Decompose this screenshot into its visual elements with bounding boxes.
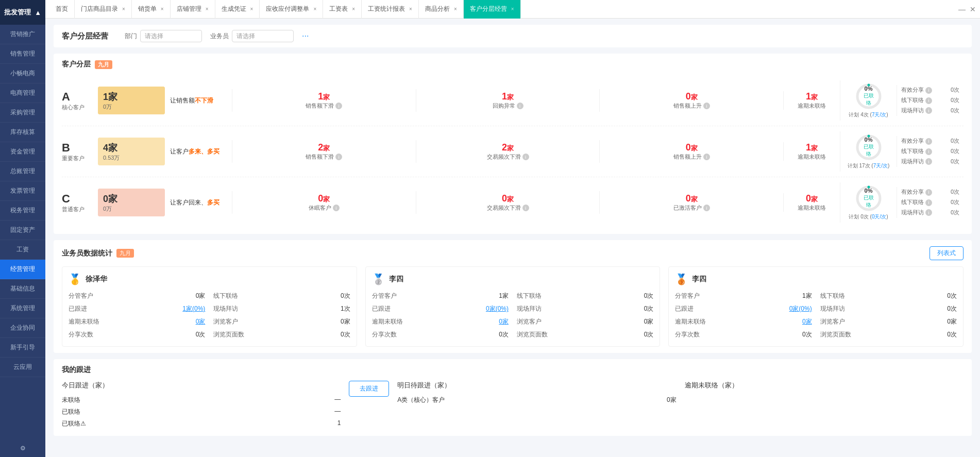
staff-card-2: 🥉 李四分管客户1家线下联络0次已跟进0家(0%)现场拜访0次逾期未联络0家浏览… xyxy=(668,266,964,347)
staff-rank-icon: 🥉 xyxy=(675,273,688,285)
tier-extra-B: 有效分享 i0次线下联络 i0次现场拜访 i0次 xyxy=(897,136,964,166)
staff-grid: 🥇 徐泽华分管客户0家线下联络0次已跟进1家(0%)现场拜访1次逾期未联络0家浏… xyxy=(62,266,964,347)
sidebar-item-电商管理[interactable]: 电商管理 xyxy=(0,83,45,103)
staff-filter-group: 业务员 请选择 xyxy=(210,30,294,42)
tab-商品分析[interactable]: 商品分析× xyxy=(419,0,464,19)
tab-close-商品分析[interactable]: × xyxy=(454,6,457,12)
tab-应收应付调整单[interactable]: 应收应付调整单× xyxy=(260,0,323,19)
staff-stat-row: 已跟进0家(0%) xyxy=(675,303,812,314)
tier-label-B: B重要客户 xyxy=(62,141,98,162)
staff-stat-row: 浏览客户0家 xyxy=(820,316,957,327)
tier-extra-A: 有效分享 i0次线下联络 i0次现场拜访 i0次 xyxy=(897,85,964,115)
metric-休眠客户: 0家 休眠客户 i xyxy=(232,191,416,214)
staff-header-2: 🥉 李四 xyxy=(675,273,957,285)
tab-close-门店商品目录[interactable]: × xyxy=(122,6,125,12)
tab-close-客户分层经营[interactable]: × xyxy=(511,6,514,12)
sidebar-item-总账管理[interactable]: 总账管理 xyxy=(0,162,45,181)
staff-rank-icon: 🥇 xyxy=(69,273,81,285)
tab-bar: 首页门店商品目录×销货单×店铺管理×生成凭证×应收应付调整单×工资表×工资统计报… xyxy=(45,0,980,19)
sidebar-item-小畅电商[interactable]: 小畅电商 xyxy=(0,64,45,83)
go-followup-button[interactable]: 去跟进 xyxy=(349,381,389,397)
staff-stat-row: 现场拜访0次 xyxy=(517,303,653,314)
tab-close-应收应付调整单[interactable]: × xyxy=(313,6,316,12)
tomorrow-followup-block: 明日待跟进（家） A类（核心）客户0家 xyxy=(397,381,676,406)
tier-circle-A: 0% 已联络 计划 4次 (7天/次) xyxy=(840,80,897,121)
dept-filter-select[interactable]: 请选择 xyxy=(140,30,202,42)
staff-stat-row: 浏览页面数0次 xyxy=(517,329,653,340)
tier-overdue-contact-B: 1家逾期未联络 xyxy=(783,142,840,161)
sidebar-item-销售管理[interactable]: 销售管理 xyxy=(0,44,45,64)
sidebar-toggle-icon[interactable]: ▲ xyxy=(35,9,41,16)
staff-card-0: 🥇 徐泽华分管客户0家线下联络0次已跟进1家(0%)现场拜访1次逾期未联络0家浏… xyxy=(62,266,357,347)
sidebar-item-库存核算[interactable]: 库存核算 xyxy=(0,123,45,142)
staff-stat-row: 浏览客户0家 xyxy=(517,316,653,327)
today-followup-block: 今日跟进（家） 未联络—已联络—已联络⚠1 xyxy=(62,381,341,430)
staff-filter-label: 业务员 xyxy=(210,32,229,41)
sidebar-item-资金管理[interactable]: 资金管理 xyxy=(0,142,45,162)
staff-header-1: 🥈 李四 xyxy=(372,273,654,285)
followup-title: 我的跟进 xyxy=(62,365,964,375)
sidebar-item-税务管理[interactable]: 税务管理 xyxy=(0,201,45,221)
sidebar-item-新手引导[interactable]: 新手引导 xyxy=(0,338,45,358)
dept-filter-group: 部门 请选择 xyxy=(125,30,202,42)
tab-客户分层经营[interactable]: 客户分层经营× xyxy=(464,0,521,19)
tier-slogan-B: 让客户多来、多买 xyxy=(165,147,232,156)
tab-店铺管理[interactable]: 店铺管理× xyxy=(171,0,215,19)
tab-工资表[interactable]: 工资表× xyxy=(323,0,362,19)
page-title: 客户分层经营 xyxy=(62,31,108,41)
sidebar-item-系统管理[interactable]: 系统管理 xyxy=(0,299,45,318)
followup-row: 已联络— xyxy=(62,406,341,418)
tab-close-工资统计报表[interactable]: × xyxy=(409,6,412,12)
overdue-followup-block: 逾期未联络（家） xyxy=(685,381,964,394)
staff-filter-select[interactable]: 请选择 xyxy=(232,30,294,42)
list-view-button[interactable]: 列表式 xyxy=(930,246,964,260)
sidebar-item-工资[interactable]: 工资 xyxy=(0,240,45,260)
tomorrow-followup-rows: A类（核心）客户0家 xyxy=(397,394,676,406)
tier-overdue-contact-C: 0家逾期未联络 xyxy=(783,193,840,212)
more-filters-button[interactable]: ··· xyxy=(302,31,309,41)
staff-name-0: 徐泽华 xyxy=(86,275,107,284)
sidebar: 批发管理 ▲ 营销推广销售管理小畅电商电商管理采购管理库存核算资金管理总账管理发… xyxy=(0,0,45,457)
followup-row: 未联络— xyxy=(62,394,341,406)
tab-close-生成凭证[interactable]: × xyxy=(250,6,254,12)
staff-stat-row: 现场拜访0次 xyxy=(820,303,957,314)
tier-slogan-A: 让销售额不下滑 xyxy=(165,96,232,105)
tab-首页[interactable]: 首页 xyxy=(49,0,75,19)
sidebar-item-营销推广[interactable]: 营销推广 xyxy=(0,25,45,44)
page-content: 客户分层经营 部门 请选择 业务员 请选择 ··· 客户分层 九月 A核心客户1… xyxy=(45,19,980,457)
tier-row-A: A核心客户1家0万让销售额不下滑1家 销售额下滑 i1家 回购异常 i0家 销售… xyxy=(62,75,964,126)
sidebar-item-基础信息[interactable]: 基础信息 xyxy=(0,279,45,299)
tier-slogan-C: 让客户回来、多买 xyxy=(165,198,232,207)
tier-extra-row: 现场拜访 i0次 xyxy=(901,157,959,167)
sidebar-item-经营管理[interactable]: 经营管理 xyxy=(0,260,45,279)
page-header: 客户分层经营 部门 请选择 业务员 请选择 ··· xyxy=(54,25,972,47)
sidebar-item-发票管理[interactable]: 发票管理 xyxy=(0,181,45,201)
window-minimize-icon[interactable]: — xyxy=(958,5,966,13)
tier-extra-row: 线下联络 i0次 xyxy=(901,146,959,157)
sidebar-item-企业协同[interactable]: 企业协同 xyxy=(0,318,45,338)
tier-row-C: C普通客户0家0万让客户回来、多买0家 休眠客户 i0家 交易频次下滑 i0家 … xyxy=(62,177,964,228)
staff-stats-grid-0: 分管客户0家线下联络0次已跟进1家(0%)现场拜访1次逾期未联络0家浏览客户0家… xyxy=(69,291,350,340)
staff-stat-row: 分管客户1家 xyxy=(675,291,812,301)
staff-stats-grid-2: 分管客户1家线下联络0次已跟进0家(0%)现场拜访0次逾期未联络0家浏览客户0家… xyxy=(675,291,957,340)
window-close-icon[interactable]: ✕ xyxy=(970,5,976,13)
tab-close-店铺管理[interactable]: × xyxy=(206,6,209,12)
sidebar-item-云应用[interactable]: 云应用 xyxy=(0,358,45,377)
tab-销货单[interactable]: 销货单× xyxy=(132,0,171,19)
sidebar-item-采购管理[interactable]: 采购管理 xyxy=(0,103,45,123)
tab-生成凭证[interactable]: 生成凭证× xyxy=(215,0,260,19)
tier-metrics-C: 0家 休眠客户 i0家 交易频次下滑 i0家 已激活客户 i xyxy=(232,191,783,214)
staff-stat-row: 逾期未联络0家 xyxy=(69,316,205,327)
tab-门店商品目录[interactable]: 门店商品目录× xyxy=(75,0,132,19)
tab-close-工资表[interactable]: × xyxy=(352,6,355,12)
overdue-followup-title: 逾期未联络（家） xyxy=(685,381,964,390)
tab-close-销货单[interactable]: × xyxy=(161,6,164,12)
metric-回购异常: 1家 回购异常 i xyxy=(416,89,600,112)
staff-month-badge: 九月 xyxy=(116,249,134,258)
today-followup-title: 今日跟进（家） xyxy=(62,381,341,390)
sidebar-item-固定资产[interactable]: 固定资产 xyxy=(0,221,45,240)
staff-stats-grid-1: 分管客户1家线下联络0次已跟进0家(0%)现场拜访0次逾期未联络0家浏览客户0家… xyxy=(372,291,654,340)
tier-count-B: 4家0.53万 xyxy=(98,138,165,165)
tab-工资统计报表[interactable]: 工资统计报表× xyxy=(362,0,419,19)
sidebar-settings[interactable]: ⚙ xyxy=(0,439,45,457)
